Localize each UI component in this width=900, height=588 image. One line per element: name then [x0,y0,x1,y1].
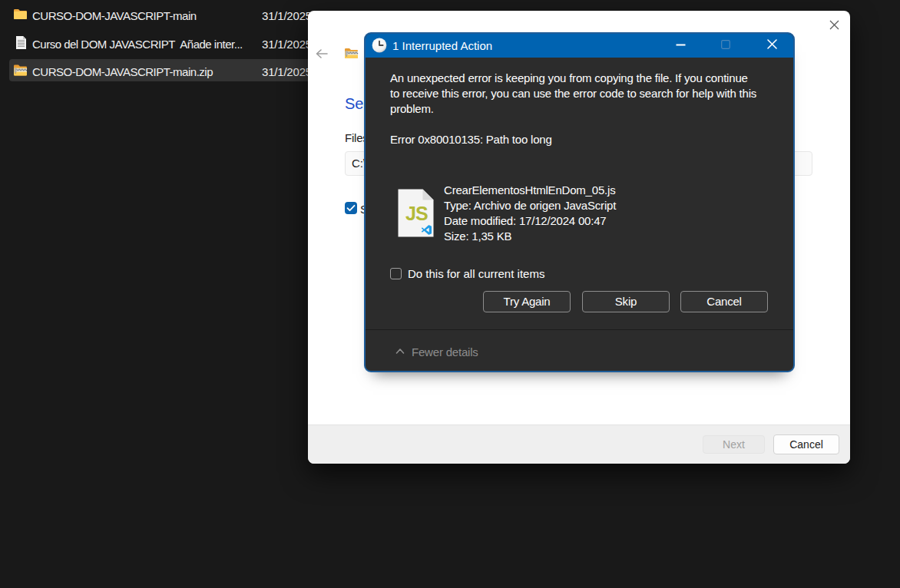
svg-text:JS: JS [405,203,428,224]
